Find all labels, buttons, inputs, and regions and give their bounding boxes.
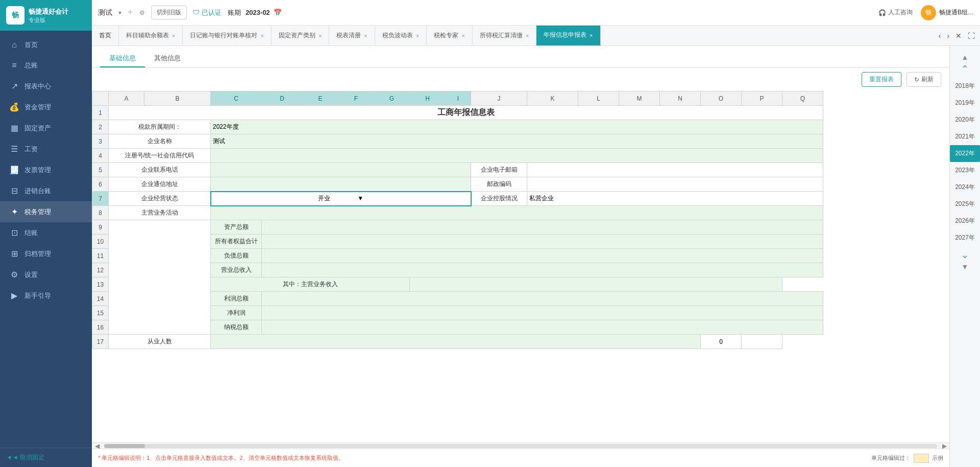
tab-prev-icon[interactable]: ‹	[937, 31, 943, 41]
cell-15-value[interactable]	[262, 306, 823, 320]
col-header-H[interactable]: H	[410, 91, 446, 106]
cell-17-padding[interactable]	[211, 335, 701, 349]
tab-tax-fluctuation[interactable]: 税负波动表 ×	[375, 26, 427, 45]
cell-13-value[interactable]	[410, 277, 782, 292]
scroll-thumb[interactable]	[104, 444, 145, 448]
reset-report-button[interactable]: 重置报表	[862, 72, 901, 87]
subtab-other[interactable]: 其他信息	[145, 50, 190, 67]
cell-17-extra[interactable]	[742, 335, 782, 349]
col-header-D[interactable]: D	[262, 91, 303, 106]
cell-4-value[interactable]	[211, 149, 823, 163]
year-item-2023[interactable]: 2023年	[950, 162, 980, 179]
cell-9-value[interactable]	[262, 220, 823, 235]
cell-12-value[interactable]	[262, 263, 823, 277]
year-item-2019[interactable]: 2019年	[950, 95, 980, 111]
cell-6-zip[interactable]	[527, 177, 823, 192]
sidebar-item-settings[interactable]: ⚙ 设置	[0, 264, 92, 285]
sidebar-item-tax[interactable]: ✦ 税务管理	[0, 201, 92, 222]
topbar-add-icon[interactable]: +	[128, 7, 133, 18]
tab-home[interactable]: 首页	[92, 26, 119, 45]
col-header-F[interactable]: F	[338, 91, 374, 106]
topbar-dropdown-icon[interactable]: ▾	[118, 9, 121, 16]
tab-fixed-asset-close[interactable]: ×	[318, 33, 322, 39]
cell-17-value[interactable]: 0	[701, 335, 742, 349]
switch-old-version-button[interactable]: 切到旧版	[151, 6, 187, 19]
cell-1-title[interactable]: 工商年报信息表	[109, 106, 823, 120]
calendar-icon[interactable]: 📅	[274, 9, 282, 16]
panel-nav-down-icon[interactable]: ⌄	[960, 248, 970, 262]
user-menu[interactable]: 畅 畅捷通B组…	[921, 5, 974, 20]
tab-next-icon[interactable]: ›	[945, 31, 951, 41]
cell-3-value[interactable]: 测试	[211, 134, 823, 149]
sidebar-footer[interactable]: ◄◄ 取消固定	[0, 448, 92, 467]
cell-2-value[interactable]: 2022年度	[211, 120, 823, 134]
col-header-Q[interactable]: Q	[782, 91, 823, 106]
tab-tax-expert-close[interactable]: ×	[461, 33, 464, 39]
sidebar-item-close[interactable]: ⊡ 结账	[0, 222, 92, 243]
col-header-G[interactable]: G	[374, 91, 410, 106]
tab-journal[interactable]: 日记账与银行对账单核对 ×	[183, 26, 271, 45]
tab-close-all-icon[interactable]: ✕	[953, 31, 964, 41]
sidebar-item-asset[interactable]: ▦ 固定资产	[0, 118, 92, 138]
refresh-button[interactable]: ↻ 刷新	[906, 72, 941, 87]
panel-scroll-up-icon[interactable]: ▲	[961, 52, 970, 62]
sidebar-item-invoice[interactable]: 🧾 发票管理	[0, 159, 92, 180]
tab-auxiliary[interactable]: 科目辅助余额表 ×	[119, 26, 183, 45]
tab-tax-table[interactable]: 税表清册 ×	[329, 26, 375, 45]
sidebar-item-archive[interactable]: ⊞ 归档管理	[0, 243, 92, 264]
tab-fixed-asset[interactable]: 固定资产类别 ×	[272, 26, 329, 45]
col-header-B[interactable]: B	[144, 91, 211, 106]
year-item-2018[interactable]: 2018年	[950, 78, 980, 95]
cell-16-value[interactable]	[262, 320, 823, 335]
service-button[interactable]: 🎧 人工咨询	[878, 8, 913, 17]
tab-income-tax-close[interactable]: ×	[526, 33, 529, 39]
cell-7-status[interactable]: 开业 ▼	[211, 192, 471, 206]
year-item-2021[interactable]: 2021年	[950, 128, 980, 145]
cell-6-address[interactable]	[211, 177, 471, 192]
tab-income-tax[interactable]: 所得税汇算清缴 ×	[473, 26, 536, 45]
cell-14-value[interactable]	[262, 292, 823, 306]
tab-journal-close[interactable]: ×	[260, 33, 263, 39]
tab-expand-icon[interactable]: ⛶	[966, 31, 977, 41]
col-header-K[interactable]: K	[527, 91, 578, 106]
panel-scroll-down-icon[interactable]: ▼	[961, 262, 970, 272]
tab-tax-table-close[interactable]: ×	[364, 33, 367, 39]
tab-annual-report[interactable]: 年报信息申报表 ×	[536, 26, 600, 45]
col-header-P[interactable]: P	[742, 91, 782, 106]
col-header-E[interactable]: E	[303, 91, 338, 106]
topbar-settings-icon[interactable]: ⚙	[139, 9, 145, 16]
col-header-C[interactable]: C	[211, 91, 262, 106]
year-item-2027[interactable]: 2027年	[950, 229, 980, 246]
col-header-J[interactable]: J	[471, 91, 527, 106]
year-item-2025[interactable]: 2025年	[950, 196, 980, 213]
scroll-track[interactable]	[104, 444, 937, 448]
panel-nav-up-icon[interactable]: ⌃	[960, 62, 970, 76]
sidebar-item-stock[interactable]: ⊟ 进销台账	[0, 180, 92, 201]
year-item-2026[interactable]: 2026年	[950, 213, 980, 229]
col-header-A[interactable]: A	[109, 91, 144, 106]
col-header-L[interactable]: L	[578, 91, 619, 106]
cell-11-value[interactable]	[262, 249, 823, 263]
col-header-I[interactable]: I	[446, 91, 471, 106]
cell-8-value[interactable]	[211, 206, 823, 220]
horizontal-scrollbar[interactable]: ◀ ▶	[92, 442, 949, 449]
year-item-2022[interactable]: 2022年	[950, 145, 980, 162]
cell-5-phone[interactable]	[211, 163, 471, 177]
cell-5-email[interactable]	[527, 163, 823, 177]
sidebar-item-capital[interactable]: 💰 资金管理	[0, 97, 92, 118]
cell-10-value[interactable]	[262, 235, 823, 249]
year-item-2024[interactable]: 2024年	[950, 179, 980, 196]
sidebar-item-report[interactable]: ↗ 报表中心	[0, 76, 92, 97]
sidebar-item-salary[interactable]: ☰ 工资	[0, 138, 92, 159]
sidebar-item-ledger[interactable]: ≡ 总账	[0, 55, 92, 76]
tab-annual-report-close[interactable]: ×	[590, 32, 593, 38]
tab-tax-expert[interactable]: 税检专家 ×	[427, 26, 472, 45]
cell-7-holding[interactable]: 私营企业	[527, 192, 823, 206]
year-item-2020[interactable]: 2020年	[950, 111, 980, 128]
tab-tax-fluctuation-close[interactable]: ×	[416, 33, 419, 39]
sidebar-item-guide[interactable]: ▶ 新手引导	[0, 285, 92, 306]
col-header-M[interactable]: M	[619, 91, 660, 106]
sidebar-item-home[interactable]: ⌂ 首页	[0, 35, 92, 55]
col-header-O[interactable]: O	[701, 91, 742, 106]
col-header-N[interactable]: N	[660, 91, 701, 106]
